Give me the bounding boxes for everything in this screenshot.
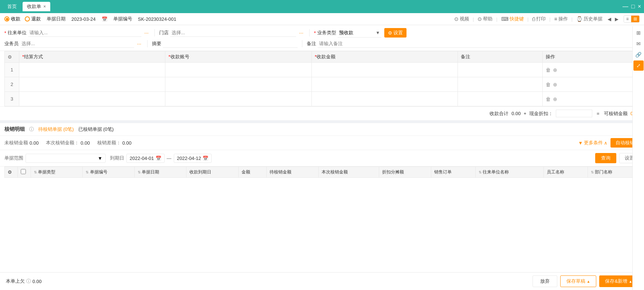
- ops-btn[interactable]: ≡ 操作: [554, 16, 568, 22]
- more-conditions-btn[interactable]: ▼ 更多条件 ∧: [578, 140, 608, 146]
- select-all-checkbox[interactable]: [21, 169, 26, 174]
- nav-prev-btn[interactable]: ◀: [606, 16, 613, 23]
- balance-info-icon[interactable]: ⓘ: [26, 278, 31, 285]
- bt-gear-icon[interactable]: ⚙: [8, 169, 12, 175]
- tab-close-btn[interactable]: ×: [43, 4, 46, 9]
- close-window-btn[interactable]: ×: [638, 3, 641, 10]
- chevron-up-icon: ∧: [604, 140, 608, 146]
- row1-delete-icon[interactable]: 🗑: [546, 67, 551, 73]
- filter-icon: ▼: [578, 140, 583, 146]
- pending-tab[interactable]: 待核销单据 (0笔): [38, 126, 74, 133]
- bt-dept-sort-icon: ⇅: [591, 170, 594, 174]
- verified-tab[interactable]: 已核销单据 (0笔): [78, 126, 114, 133]
- divider-1: [154, 29, 155, 36]
- doc-date-calendar-icon[interactable]: 📅: [102, 16, 107, 22]
- table-gear-icon[interactable]: ⚙: [8, 54, 12, 60]
- doc-no-value: SK-20230324-001: [138, 16, 177, 22]
- row3-account-no[interactable]: [165, 92, 311, 106]
- abandon-btn[interactable]: 放弃: [533, 275, 557, 287]
- start-date-picker[interactable]: 2022-04-01 📅: [126, 154, 165, 163]
- end-date-picker[interactable]: 2022-04-12 📅: [174, 154, 212, 163]
- staff-input[interactable]: [20, 40, 134, 48]
- summary-input[interactable]: [163, 40, 298, 48]
- row1-account-no[interactable]: [165, 63, 311, 77]
- col-amount: *收款金额: [311, 51, 458, 63]
- biz-type-chevron-icon: ▼: [376, 30, 380, 35]
- shortcut-btn[interactable]: ⌨ 快捷键: [501, 16, 524, 22]
- calendar-end-icon: 📅: [203, 156, 208, 161]
- row3-copy-icon[interactable]: ⊕: [553, 96, 557, 102]
- settings-label: 设置: [393, 30, 403, 36]
- bt-col-dept-name: ⇅ 部门名称: [588, 167, 639, 178]
- settings-btn[interactable]: ⚙ 设置: [384, 28, 407, 38]
- row1-amount[interactable]: [311, 63, 458, 77]
- partner-more-btn[interactable]: ···: [143, 30, 150, 36]
- current-verify-value: 0.00: [80, 140, 90, 146]
- sidebar-expand-icon[interactable]: ⤢: [633, 60, 644, 71]
- sidebar-table-icon[interactable]: ⊞: [633, 28, 644, 38]
- save-draft-label: 保存草稿: [566, 278, 585, 285]
- row2-copy-icon[interactable]: ⊕: [553, 82, 557, 87]
- radio-shoukuan[interactable]: 收款: [4, 16, 20, 22]
- staff-label: 业务员: [4, 40, 19, 47]
- shortcut-icon: ⌨: [501, 16, 508, 22]
- diff-stat: 核销差额： 0.00: [97, 140, 131, 146]
- video-label: 视频: [460, 16, 469, 22]
- print-btn[interactable]: ⎙ 打印: [532, 16, 546, 22]
- minimize-btn[interactable]: —: [623, 3, 628, 10]
- row3-remarks[interactable]: [458, 92, 543, 106]
- row1-copy-icon[interactable]: ⊕: [553, 67, 557, 73]
- stats-row: 未核销金额 0.00 本次核销金额： 0.00 核销差额： 0.00 ▼ 更多条…: [0, 136, 644, 150]
- print-label: 打印: [536, 16, 546, 22]
- table-row: 1 🗑 ⊕: [5, 63, 640, 77]
- biz-type-select[interactable]: 预收款 ▼: [338, 28, 381, 38]
- discount-input[interactable]: [556, 110, 592, 117]
- video-btn[interactable]: ⊙ 视频: [454, 16, 469, 22]
- row3-amount[interactable]: [311, 92, 458, 106]
- shortcut-label: 快捷键: [510, 16, 524, 22]
- doc-range-select[interactable]: ▼: [25, 154, 106, 163]
- list-view-btn[interactable]: ≡: [624, 16, 631, 22]
- sidebar-email-icon[interactable]: ✉: [633, 39, 644, 49]
- row2-payment-method[interactable]: [19, 77, 165, 92]
- store-input[interactable]: [170, 29, 296, 37]
- save-new-dropdown-icon[interactable]: ▲: [629, 279, 632, 283]
- row1-remarks[interactable]: [458, 63, 543, 77]
- remarks-input[interactable]: [318, 40, 640, 48]
- help-icon: ⊙: [478, 16, 482, 22]
- verified-count: (0笔): [103, 126, 114, 132]
- save-draft-btn[interactable]: 保存草稿 ▲: [560, 275, 597, 287]
- verify-info-icon[interactable]: ⓘ: [29, 126, 34, 133]
- row2-amount[interactable]: [311, 77, 458, 92]
- row3-delete-icon[interactable]: 🗑: [546, 96, 551, 102]
- maximize-btn[interactable]: □: [631, 3, 635, 10]
- stats-right-actions: ▼ 更多条件 ∧ 自动核销: [578, 138, 640, 148]
- staff-more-btn[interactable]: ···: [136, 41, 143, 47]
- save-draft-dropdown-icon[interactable]: ▲: [587, 279, 590, 283]
- tab-active[interactable]: 收款单 ×: [23, 2, 50, 11]
- store-more-btn[interactable]: ···: [298, 30, 305, 36]
- table-row: 3 🗑 ⊕: [5, 92, 640, 106]
- print-icon: ⎙: [532, 16, 535, 22]
- history-btn[interactable]: ⌚ 历史单据: [576, 16, 602, 22]
- nav-next-btn[interactable]: ▶: [613, 16, 620, 23]
- help-btn[interactable]: ⊙ 帮助: [478, 16, 492, 22]
- partner-input[interactable]: [28, 29, 141, 37]
- row1-payment-method[interactable]: [19, 63, 165, 77]
- tab-home[interactable]: 首页: [3, 2, 21, 11]
- radio-tuikuan[interactable]: 退款: [25, 16, 41, 22]
- row2-account-no[interactable]: [165, 77, 311, 92]
- row3-payment-method[interactable]: [19, 92, 165, 106]
- total-value: 0.00: [511, 111, 521, 116]
- row2-remarks[interactable]: [458, 77, 543, 92]
- row2-delete-icon[interactable]: 🗑: [546, 82, 551, 87]
- summary-row: 收款合计 0.00 + 现金折扣： = 可核销金额 0.00: [0, 106, 644, 120]
- total-label: 收款合计: [490, 110, 508, 117]
- grid-view-btn[interactable]: ⊞: [631, 16, 639, 22]
- tab-bar: 首页 收款单 × — □ ×: [0, 0, 644, 13]
- query-btn[interactable]: 查询: [595, 153, 616, 163]
- bt-col-doc-date: ⇅ 单据日期: [134, 167, 186, 178]
- balance-value: 0.00: [32, 279, 42, 284]
- verification-table: ⚙ ⇅ 单据类型 ⇅ 单据编号 ⇅ 单据日期: [4, 166, 640, 178]
- sidebar-link-icon[interactable]: 🔗: [633, 50, 644, 60]
